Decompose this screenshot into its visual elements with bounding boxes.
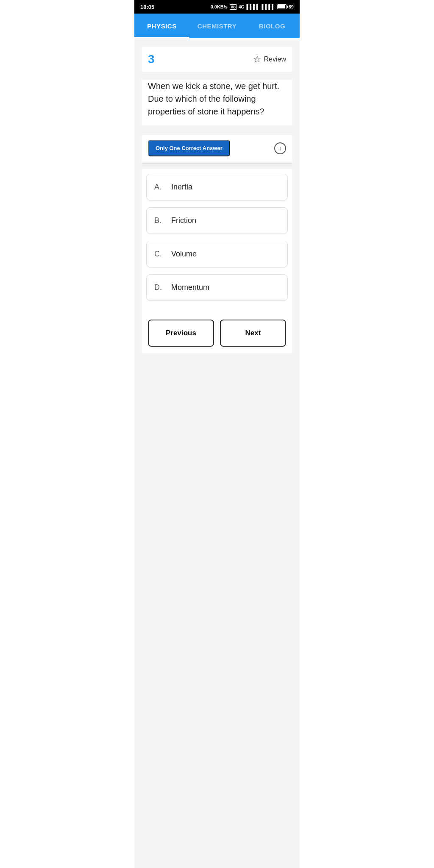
question-text: When we kick a stone, we get hurt. Due t… (142, 80, 292, 125)
status-right: 0.0KB/s Vo 4G ▌▌▌▌ ▌▌▌▌ 89 (211, 4, 294, 10)
option-c-label: C. (154, 250, 164, 259)
option-c-text: Volume (171, 250, 197, 259)
review-label: Review (264, 56, 286, 63)
next-button[interactable]: Next (220, 320, 286, 347)
option-b-label: B. (154, 216, 164, 225)
option-b-text: Friction (171, 216, 196, 225)
vo-icon: Vo (230, 4, 236, 10)
network-speed: 0.0KB/s (211, 4, 228, 9)
tab-biology[interactable]: BIOLOG (245, 14, 300, 38)
option-a-text: Inertia (171, 183, 192, 192)
question-header: 3 ☆ Review (142, 47, 292, 72)
review-button[interactable]: ☆ Review (253, 54, 286, 65)
option-a-label: A. (154, 183, 164, 192)
divider (142, 163, 292, 164)
answer-type-row: Only One Correct Answer i (142, 135, 292, 161)
option-c[interactable]: C. Volume (146, 241, 288, 267)
signal-icon2: ▌▌▌▌ (262, 4, 275, 9)
option-a[interactable]: A. Inertia (146, 174, 288, 200)
previous-button[interactable]: Previous (148, 320, 214, 347)
answer-type-badge[interactable]: Only One Correct Answer (148, 140, 230, 156)
options-area: A. Inertia B. Friction C. Volume D. Mome… (142, 169, 292, 313)
tab-physics[interactable]: PHYSICS (134, 14, 189, 38)
option-d-label: D. (154, 283, 164, 292)
option-d-text: Momentum (171, 283, 209, 292)
battery-percent: 89 (289, 4, 294, 9)
tab-bar: PHYSICS CHEMISTRY BIOLOG (134, 14, 300, 38)
main-content: 3 ☆ Review When we kick a stone, we get … (134, 38, 300, 868)
tab-chemistry[interactable]: CHEMISTRY (189, 14, 245, 38)
signal-icon1: ▌▌▌▌ (246, 4, 259, 9)
nav-buttons: Previous Next (142, 313, 292, 353)
status-bar: 18:05 0.0KB/s Vo 4G ▌▌▌▌ ▌▌▌▌ 89 (134, 0, 300, 14)
option-b[interactable]: B. Friction (146, 207, 288, 234)
battery-icon (277, 4, 287, 9)
star-icon: ☆ (253, 54, 262, 65)
question-number: 3 (148, 53, 155, 66)
info-icon[interactable]: i (274, 142, 286, 154)
battery-fill (278, 5, 285, 8)
phone-frame: 18:05 0.0KB/s Vo 4G ▌▌▌▌ ▌▌▌▌ 89 PHYSICS… (134, 0, 300, 868)
4g-icon: 4G (239, 5, 244, 9)
status-time: 18:05 (140, 4, 154, 10)
option-d[interactable]: D. Momentum (146, 274, 288, 301)
